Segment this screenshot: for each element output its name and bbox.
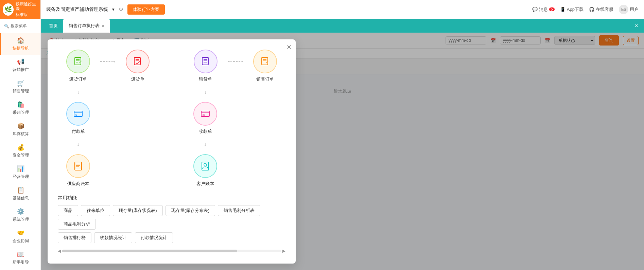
svg-rect-11	[262, 57, 268, 65]
sidebar-item-enterprise[interactable]: 🤝 企业协同	[0, 226, 40, 247]
marketing-icon: 📢	[17, 58, 24, 66]
sales-bill-icon	[194, 50, 217, 73]
payment-bill-icon: ¥	[66, 102, 90, 126]
content-area: ❓ 帮助 🖨 按模板打印 ▾ ⬆ 导出 🔄 刷新 📅 📅 单据状态	[41, 33, 644, 270]
user-profile[interactable]: Ea 用户	[619, 5, 639, 14]
flow-item-supplier-ledger[interactable]: 供应商账本	[58, 154, 99, 187]
sidebar-nav: 🏠 快捷导航 📢 营销推广 🛒 销售管理 🛍️ 采购管理 📦 库存核算 💰 资金…	[0, 33, 40, 270]
topbar: 装备及固定资产辅助管理系统 ▾ ⚙ 体验行业方案 💬 消息 5 📱 App下载 …	[41, 0, 644, 19]
purchase-bill-label: 进货单	[131, 76, 144, 82]
func-btn-counterpart[interactable]: 往来单位	[81, 205, 110, 216]
topbar-dropdown[interactable]: ▾	[112, 7, 115, 12]
sidebar-item-basic-info[interactable]: 📋 基础信息	[0, 183, 40, 204]
modal-scrollbar: ◀ ▶	[58, 249, 285, 253]
sales-bill-label: 销货单	[199, 76, 212, 82]
enterprise-icon: 🤝	[17, 229, 24, 237]
newbie-icon: 📖	[17, 251, 24, 258]
flow-item-receipt-bill[interactable]: 收 收款单	[185, 102, 226, 134]
sidebar-item-ops[interactable]: 📊 经营管理	[0, 162, 40, 183]
svg-point-26	[204, 163, 207, 166]
message-badge: 5	[549, 7, 555, 11]
modal-overlay[interactable]: ✕ 进货订单 - - - -→	[41, 33, 644, 270]
arrow-sales-order-to-bill: - - - -→	[226, 57, 245, 65]
customer-ledger-label: 客户账本	[196, 181, 214, 187]
message-btn[interactable]: 💬 消息 5	[532, 6, 555, 13]
down-arrow-purchase: ↓	[77, 89, 80, 95]
svg-rect-0	[75, 57, 81, 65]
experience-btn[interactable]: 体验行业方案	[127, 4, 165, 15]
tabbar: 首页 销售订单执行表 ✕ ✕	[41, 19, 644, 33]
sidebar-item-sales[interactable]: 🛒 销售管理	[0, 76, 40, 97]
customer-ledger-icon	[193, 154, 217, 178]
flow-item-purchase-order[interactable]: 进货订单	[58, 50, 99, 82]
tab-close-icon[interactable]: ✕	[102, 24, 104, 28]
topbar-right: 💬 消息 5 📱 App下载 🎧 在线客服 Ea 用户	[532, 5, 639, 14]
scrollbar-thumb[interactable]	[62, 250, 237, 252]
common-functions: 常用功能 商品 往来单位 现存量(库存状况表) 现存量(库存分布表) 销售毛利分…	[58, 195, 285, 243]
flow-item-purchase-bill[interactable]: 进货单	[117, 50, 158, 82]
scrollbar-right-arrow[interactable]: ▶	[282, 249, 285, 253]
main-content: 装备及固定资产辅助管理系统 ▾ ⚙ 体验行业方案 💬 消息 5 📱 App下载 …	[41, 0, 644, 270]
function-buttons-row-1: 商品 往来单位 现存量(库存状况表) 现存量(库存分布表) 销售毛利分析表 商品…	[58, 205, 285, 230]
purchase-order-icon	[66, 50, 90, 73]
search-menu-button[interactable]: 🔍 搜索菜单	[3, 22, 38, 30]
flow-item-sales-order[interactable]: 销售订单	[245, 50, 285, 82]
svg-rect-7	[202, 57, 208, 65]
online-service-btn[interactable]: 🎧 在线客服	[589, 6, 613, 13]
search-icon: 🔍	[4, 24, 9, 29]
app-download-btn[interactable]: 📱 App下载	[560, 6, 584, 13]
tab-maximize-icon[interactable]: ✕	[634, 23, 639, 29]
scrollbar-track[interactable]	[62, 250, 281, 252]
flow-diagram: 进货订单 - - - -→ 进货单	[58, 50, 285, 187]
func-btn-goods-margin[interactable]: 商品毛利分析	[58, 219, 96, 230]
down-arrow-sales: ↓	[204, 89, 207, 95]
func-btn-stock-status[interactable]: 现存量(库存状况表)	[113, 205, 163, 216]
flow-down-arrows-row: ↓ ↓	[58, 89, 285, 95]
scrollbar-left-arrow[interactable]: ◀	[58, 249, 61, 253]
purchase-order-label: 进货订单	[69, 76, 87, 82]
flow-item-customer-ledger[interactable]: 客户账本	[185, 154, 226, 187]
down-arrow-receipt: ↓	[204, 141, 207, 147]
home-icon: 🏠	[17, 37, 24, 44]
sidebar-item-system[interactable]: ⚙️ 系统管理	[0, 204, 40, 226]
logo-text: 畅康通好生意 标准版	[16, 2, 38, 18]
sidebar-item-quick-nav[interactable]: 🏠 快捷导航	[0, 33, 40, 55]
purchase-bill-icon	[126, 50, 150, 73]
topbar-title: 装备及固定资产辅助管理系统	[46, 6, 108, 13]
func-btn-receipt-stats[interactable]: 收款情况统计	[94, 232, 132, 243]
func-btn-goods[interactable]: 商品	[58, 205, 78, 216]
sidebar-item-marketing[interactable]: 📢 营销推广	[0, 55, 40, 76]
tab-home[interactable]: 首页	[43, 19, 63, 33]
settings-gear-icon[interactable]: ⚙	[119, 6, 123, 13]
sidebar: 🌿 畅康通好生意 标准版 🔍 搜索菜单 🏠 快捷导航 📢 营销推广 🛒 销售管理…	[0, 0, 41, 270]
sidebar-item-finance[interactable]: 💰 资金管理	[0, 140, 40, 162]
modal-close-button[interactable]: ✕	[286, 43, 292, 51]
svg-rect-24	[74, 163, 75, 169]
supplier-ledger-icon	[66, 154, 90, 178]
sidebar-item-purchase[interactable]: 🛍️ 采购管理	[0, 97, 40, 119]
finance-icon: 💰	[17, 144, 24, 151]
message-icon: 💬	[532, 7, 538, 12]
flow-item-payment-bill[interactable]: ¥ 付款单	[58, 102, 99, 134]
sidebar-item-inventory[interactable]: 📦 库存核算	[0, 119, 40, 140]
dropdown-arrow-icon: ▾	[112, 7, 115, 12]
sidebar-item-newbie[interactable]: 📖 新手引导	[0, 247, 40, 269]
supplier-ledger-label: 供应商账本	[67, 181, 89, 187]
flow-item-sales-bill[interactable]: 销货单	[185, 50, 226, 82]
flow-down-arrows-row-2: ↓ ↓	[58, 141, 285, 147]
svg-text:¥: ¥	[75, 114, 77, 117]
func-btn-payment-stats[interactable]: 付款情况统计	[135, 232, 173, 243]
receipt-bill-icon: 收	[193, 102, 217, 126]
function-buttons-row-2: 销售排行榜 收款情况统计 付款情况统计	[58, 232, 285, 243]
func-btn-stock-dist[interactable]: 现存量(库存分布表)	[166, 205, 215, 216]
svg-text:收: 收	[203, 114, 205, 117]
basic-info-icon: 📋	[17, 186, 24, 194]
tab-sales-order-exec[interactable]: 销售订单执行表 ✕	[63, 19, 110, 33]
flow-row-3: 供应商账本 客户账本	[58, 154, 285, 187]
sidebar-search[interactable]: 🔍 搜索菜单	[0, 19, 40, 33]
ops-icon: 📊	[17, 165, 24, 173]
func-btn-sales-rank[interactable]: 销售排行榜	[58, 232, 91, 243]
svg-rect-20	[75, 162, 82, 170]
system-icon: ⚙️	[17, 208, 24, 215]
func-btn-sales-margin[interactable]: 销售毛利分析表	[218, 205, 260, 216]
